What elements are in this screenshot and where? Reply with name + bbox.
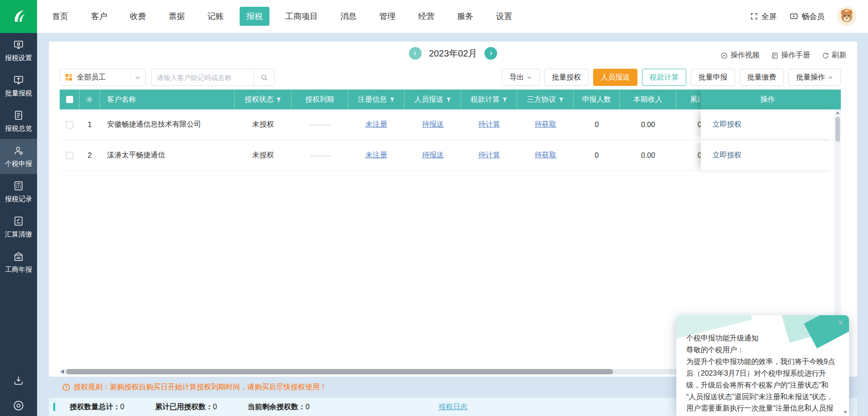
nav-business-projects[interactable]: 工商项目 <box>278 7 325 26</box>
col-auth-expire: 授权到期 <box>292 90 348 109</box>
video-member-icon <box>789 12 798 20</box>
nav-bookkeeping[interactable]: 记账 <box>201 7 231 26</box>
popup-content: 个税申报功能升级通知 尊敬的个税用户： 为提升个税申报功能的效率，我们将于今晚9… <box>676 315 849 416</box>
col-label: 注册信息 <box>358 95 387 104</box>
register-info-link[interactable]: 未注册 <box>366 120 387 129</box>
monitor-upload-icon <box>13 75 24 85</box>
next-month-button[interactable] <box>484 47 497 60</box>
select-all-checkbox[interactable] <box>66 96 73 103</box>
nav-management[interactable]: 管理 <box>373 7 402 26</box>
scroll-up-arrow[interactable] <box>836 111 840 114</box>
batch-declare-button[interactable]: 批量申报 <box>691 69 735 86</box>
authorize-now-link[interactable]: 立即授权 <box>712 151 741 160</box>
col-auth-status[interactable]: 授权状态 <box>235 90 292 109</box>
row-checkbox[interactable] <box>66 121 73 128</box>
sidebar-label: 个税申报 <box>5 160 32 168</box>
current-income: 0.00 <box>620 140 676 170</box>
authorize-now-link[interactable]: 立即授权 <box>712 120 741 129</box>
stat-used-auth: 累计已用授权数： 0 <box>155 402 217 412</box>
filter-funnel-icon <box>390 97 395 102</box>
sidebar-label: 报税设置 <box>5 54 32 62</box>
auth-expire: ——— <box>292 140 348 170</box>
col-register-info[interactable]: 注册信息 <box>348 90 405 109</box>
personnel-report-link[interactable]: 待报送 <box>422 120 444 129</box>
sidebar-item-tax-records[interactable]: 报税记录 <box>0 174 37 209</box>
scroll-left-arrow[interactable] <box>61 370 64 373</box>
nav-messages[interactable]: 消息 <box>334 7 363 26</box>
people-count: 0 <box>574 140 620 170</box>
sidebar-item-batch-tax[interactable]: 批量报税 <box>0 68 37 104</box>
batch-pay-button[interactable]: 批量缴费 <box>740 69 784 86</box>
tax-calculate-button[interactable]: 税款计算 <box>642 69 686 86</box>
sidebar-item-tax-settings[interactable]: 报税设置 <box>0 33 37 68</box>
sidebar-item-personal-tax[interactable]: 个税申报 <box>0 139 37 174</box>
nav-settings[interactable]: 设置 <box>489 7 519 26</box>
col-tax-calc[interactable]: 税款计算 <box>461 90 517 109</box>
table-body: 1 安徽畅捷通信息技术有限公司 未授权 ——— 未注册 待报送 待计算 待获取 … <box>60 109 841 171</box>
col-label: 人员报送 <box>415 95 443 104</box>
operation-video-link[interactable]: 操作视频 <box>721 51 760 60</box>
sidebar-item-tax-overview[interactable]: 报税总览 <box>0 104 37 139</box>
nav-services[interactable]: 服务 <box>450 7 480 26</box>
operation-manual-link[interactable]: 操作手册 <box>771 51 810 60</box>
col-tripartite-agreement[interactable]: 三方协议 <box>517 90 574 109</box>
authorization-log-link[interactable]: 授权日志 <box>439 402 467 412</box>
search-box <box>151 69 275 86</box>
close-icon[interactable]: × <box>838 318 844 328</box>
nav-operations[interactable]: 经营 <box>411 7 441 26</box>
nav-billing[interactable]: 收费 <box>123 7 153 26</box>
scroll-down-arrow[interactable] <box>844 411 847 414</box>
sidebar-label: 汇算清缴 <box>5 230 32 239</box>
table-row: 2 漾濞太平畅捷通信 未授权 ——— 未注册 待报送 待计算 待获取 0 0.0… <box>60 140 841 171</box>
personnel-report-button[interactable]: 人员报送 <box>593 69 637 86</box>
top-bar-right: 全屏 畅会员 <box>750 7 868 26</box>
avatar[interactable] <box>837 7 856 26</box>
search-icon <box>260 74 268 81</box>
column-settings-cell[interactable] <box>80 90 100 109</box>
popup-scrollbar[interactable] <box>844 333 848 401</box>
popup-title: 个税申报功能升级通知 <box>686 332 835 344</box>
agreement-link[interactable]: 待获取 <box>535 120 557 129</box>
top-bar: 首页 客户 收费 票据 记账 报税 工商项目 消息 管理 经营 服务 设置 全屏 <box>0 0 868 33</box>
nav-tax-filing[interactable]: 报税 <box>240 7 269 26</box>
nav-invoices[interactable]: 票据 <box>162 7 192 26</box>
sidebar-item-final-settlement[interactable]: 汇算清缴 <box>0 209 37 245</box>
search-button[interactable] <box>254 69 275 86</box>
stat-value: 0 <box>213 403 217 411</box>
table-row: 1 安徽畅捷通信息技术有限公司 未授权 ——— 未注册 待报送 待计算 待获取 … <box>60 109 841 140</box>
agreement-link[interactable]: 待获取 <box>535 151 557 160</box>
export-button[interactable]: 导出 <box>502 69 540 86</box>
help-circle-icon[interactable] <box>13 400 24 411</box>
fullscreen-button[interactable]: 全屏 <box>750 11 777 22</box>
row-index: 2 <box>80 140 100 170</box>
nav-customers[interactable]: 客户 <box>84 7 114 26</box>
col-customer-name: 客户名称 <box>100 90 235 109</box>
batch-operations-label: 批量操作 <box>796 73 825 82</box>
download-center-icon[interactable] <box>13 375 24 386</box>
sidebar-bottom <box>13 375 24 416</box>
batch-operations-button[interactable]: 批量操作 <box>788 69 841 86</box>
period-navigation: 2023年02月 <box>409 47 497 60</box>
employee-dropdown[interactable]: 全部员工 <box>60 69 146 86</box>
horizontal-scroll-thumb[interactable] <box>66 369 613 374</box>
chevron-down-icon <box>135 75 141 80</box>
previous-month-button[interactable] <box>409 47 422 60</box>
member-button[interactable]: 畅会员 <box>789 11 825 22</box>
row-checkbox[interactable] <box>66 152 73 159</box>
search-input[interactable] <box>151 69 254 86</box>
nav-home[interactable]: 首页 <box>45 7 75 26</box>
tax-calc-link[interactable]: 待计算 <box>478 120 500 129</box>
fullscreen-icon <box>750 12 758 20</box>
col-personnel-report[interactable]: 人员报送 <box>405 90 461 109</box>
sidebar-item-annual-report[interactable]: 工商年报 <box>0 245 37 280</box>
personnel-report-link[interactable]: 待报送 <box>422 151 444 160</box>
tax-calc-link[interactable]: 待计算 <box>478 151 500 160</box>
refresh-link[interactable]: 刷新 <box>822 51 846 60</box>
filter-funnel-icon <box>502 97 507 102</box>
register-info-link[interactable]: 未注册 <box>366 151 387 160</box>
auth-status: 未授权 <box>235 109 292 140</box>
refresh-label: 刷新 <box>832 51 846 60</box>
app-logo[interactable] <box>0 0 37 33</box>
batch-authorize-button[interactable]: 批量授权 <box>544 69 589 86</box>
vertical-scroll-thumb[interactable] <box>835 117 840 142</box>
